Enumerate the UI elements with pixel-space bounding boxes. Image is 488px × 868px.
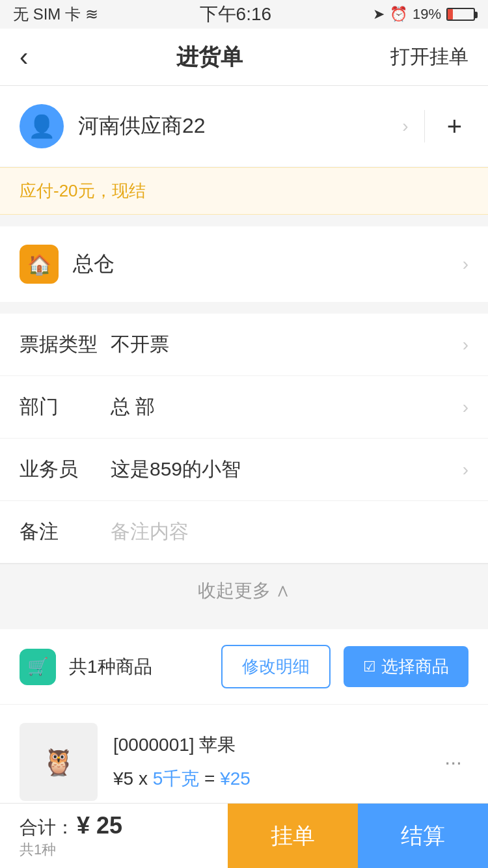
- back-button[interactable]: ‹: [20, 42, 28, 72]
- supplier-section: 👤 河南供应商22 › + 应付-20元，现结: [0, 86, 488, 215]
- checkout-button[interactable]: 结算: [358, 804, 488, 868]
- product-code: [0000001] 苹果: [113, 735, 236, 755]
- supplier-row[interactable]: 👤 河南供应商22 › +: [0, 86, 488, 167]
- department-chevron-icon: ›: [463, 397, 468, 418]
- product-count-icon: 🛒: [20, 649, 56, 685]
- invoice-value: 不开票: [111, 331, 463, 358]
- remark-placeholder: 备注内容: [111, 519, 468, 545]
- status-time: 下午6:16: [200, 2, 272, 27]
- supplier-name: 河南供应商22: [78, 112, 402, 141]
- total-section: 合计： ¥ 25 共1种: [0, 804, 228, 868]
- avatar-icon: 👤: [28, 113, 55, 139]
- chevron-right-icon: ›: [402, 116, 408, 137]
- warehouse-row[interactable]: 🏠 总仓 ›: [0, 226, 488, 302]
- supplier-divider: [424, 110, 425, 142]
- product-thumbnail: 🦉: [20, 723, 98, 801]
- total-amount: ¥ 25: [77, 812, 122, 839]
- total-row: 合计： ¥ 25: [20, 812, 208, 840]
- status-right: ➤ ⏰ 19%: [373, 6, 475, 23]
- product-count-label: 共1种商品: [69, 655, 208, 679]
- supplier-notice: 应付-20元，现结: [0, 167, 488, 215]
- department-label: 部门: [20, 394, 111, 420]
- warehouse-name: 总仓: [73, 250, 463, 278]
- select-product-label: 选择商品: [381, 655, 449, 678]
- select-product-icon: ☑: [363, 658, 376, 675]
- remark-row[interactable]: 备注 备注内容: [0, 501, 488, 563]
- invoice-chevron-icon: ›: [463, 334, 468, 355]
- remark-label: 备注: [20, 519, 111, 545]
- select-product-button[interactable]: ☑ 选择商品: [344, 646, 468, 687]
- form-section: 票据类型 不开票 › 部门 总 部 › 业务员 这是859的小智 › 备注 备注…: [0, 314, 488, 617]
- add-supplier-button[interactable]: +: [441, 112, 468, 141]
- product-total: ¥25: [220, 768, 251, 789]
- owl-logo-icon: 🦉: [42, 747, 75, 778]
- bottom-bar: 合计： ¥ 25 共1种 挂单 结算: [0, 803, 488, 868]
- signal-text: 无 SIM 卡 ≋: [13, 4, 98, 25]
- product-info: [0000001] 苹果 ¥5 x 5千克 = ¥25: [113, 733, 422, 791]
- collapse-label: 收起更多 ∧: [198, 580, 291, 601]
- battery-percent: 19%: [413, 6, 441, 23]
- nav-bar: ‹ 进货单 打开挂单: [0, 29, 488, 86]
- invoice-row[interactable]: 票据类型 不开票 ›: [0, 314, 488, 376]
- warehouse-icon-wrap: 🏠: [20, 245, 59, 284]
- product-item: 🦉 [0000001] 苹果 ¥5 x 5千克 = ¥25 ···: [0, 705, 488, 819]
- edit-detail-button[interactable]: 修改明细: [221, 645, 331, 688]
- cart-icon: 🛒: [27, 657, 48, 677]
- status-left: 无 SIM 卡 ≋: [13, 4, 98, 25]
- department-row[interactable]: 部门 总 部 ›: [0, 376, 488, 439]
- salesperson-row[interactable]: 业务员 这是859的小智 ›: [0, 439, 488, 501]
- warehouse-section: 🏠 总仓 ›: [0, 226, 488, 302]
- salesperson-label: 业务员: [20, 456, 111, 483]
- price-per-unit: ¥5 x: [113, 768, 153, 789]
- salesperson-chevron-icon: ›: [463, 459, 468, 480]
- warehouse-icon: 🏠: [27, 253, 51, 276]
- products-section: 🛒 共1种商品 修改明细 ☑ 选择商品 🦉 [0000001] 苹果 ¥5 x …: [0, 629, 488, 819]
- products-header: 🛒 共1种商品 修改明细 ☑ 选择商品: [0, 629, 488, 705]
- total-count: 共1种: [20, 840, 208, 860]
- salesperson-value: 这是859的小智: [111, 456, 463, 483]
- total-label: 合计：: [20, 815, 74, 840]
- location-icon: ➤: [373, 6, 385, 23]
- supplier-avatar: 👤: [20, 104, 64, 148]
- product-price: ¥5 x 5千克 = ¥25: [113, 766, 422, 791]
- alarm-icon: ⏰: [390, 6, 407, 23]
- collapse-row[interactable]: 收起更多 ∧: [0, 563, 488, 617]
- price-equals: =: [199, 768, 220, 789]
- hold-button[interactable]: 挂单: [228, 804, 358, 868]
- product-more-button[interactable]: ···: [438, 744, 468, 781]
- warehouse-chevron-icon: ›: [463, 254, 468, 275]
- invoice-label: 票据类型: [20, 331, 111, 358]
- product-name: [0000001] 苹果: [113, 733, 422, 757]
- open-hold-button[interactable]: 打开挂单: [390, 44, 468, 70]
- page-title: 进货单: [176, 42, 243, 72]
- battery-icon: [446, 8, 475, 21]
- product-qty: 5千克: [153, 768, 200, 789]
- status-bar: 无 SIM 卡 ≋ 下午6:16 ➤ ⏰ 19%: [0, 0, 488, 29]
- department-value: 总 部: [111, 394, 463, 420]
